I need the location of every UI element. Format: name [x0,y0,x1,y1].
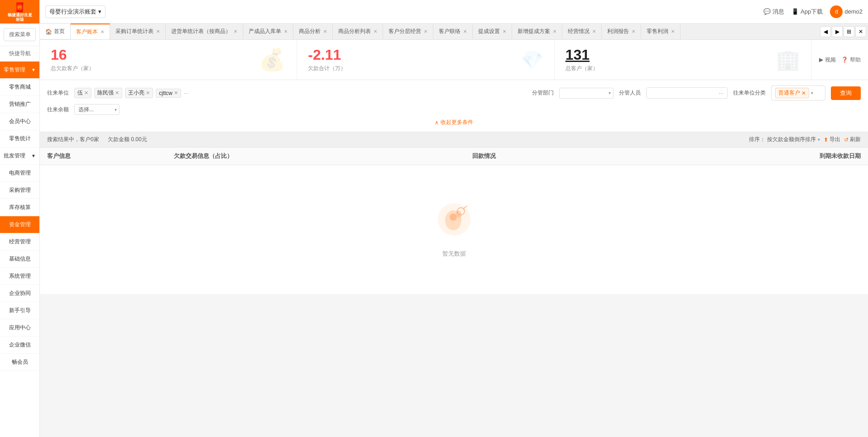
sidebar-item-member[interactable]: 会员中心 [0,113,39,130]
sidebar-item-finance[interactable]: 资金管理 [0,216,39,233]
unit-tags-more[interactable]: ··· [184,90,188,96]
stat-total-customers-label: 总客户（家） [566,65,598,72]
tab-purchase-order-close[interactable]: ✕ [156,29,160,34]
dept-select[interactable] [559,88,614,99]
tab-operations-close[interactable]: ✕ [592,29,596,34]
search-count: 搜索结果中，客户0家 [47,136,99,142]
tab-profit-report[interactable]: 利润报告 ✕ [602,24,641,39]
sidebar-item-inventory[interactable]: 库存核算 [0,199,39,216]
chevron-down-icon: ▾ [98,8,101,15]
balance-select[interactable]: 选择... [74,104,120,115]
sidebar-item-purchase[interactable]: 采购管理 [0,182,39,199]
tab-profit-report-close[interactable]: ✕ [632,29,635,34]
tab-commission-close[interactable]: ✕ [503,29,506,34]
tab-goods-analysis-list-close[interactable]: ✕ [374,29,377,34]
tab-goods-stats[interactable]: 进货单统计表（按商品） ✕ [166,24,243,39]
unit-tags: 伍 ✕ 陈民强 ✕ 王小亮 ✕ cjttcw ✕ ··· [74,88,527,98]
tab-add-commission[interactable]: 新增提成方案 ✕ [512,24,562,39]
tab-home[interactable]: 🏠 首页 [40,24,71,39]
refresh-button[interactable]: ↺ 刷新 [844,136,861,143]
tab-retail-profit[interactable]: 零售利润 ✕ [641,24,681,39]
tab-commission[interactable]: 提成设置 ✕ [473,24,512,39]
tab-customer-ledger[interactable]: 客户账本 ✕ [71,24,110,39]
person-ellipsis[interactable]: ··· [719,90,724,96]
app-logo: 🧧 畅捷通好生意 标版 [0,0,39,24]
person-label: 分管人员 [619,89,641,97]
quick-nav-button[interactable]: 快捷导航 [0,46,39,62]
sidebar-item-marketing[interactable]: 营销推广 [0,96,39,113]
tab-goods-analysis-list[interactable]: 商品分析列表 ✕ [333,24,383,39]
tabs-close-all-button[interactable]: ✕ [855,26,866,37]
tab-goods-analysis-list-label: 商品分析列表 [338,28,371,35]
video-label: 视频 [825,56,836,64]
unit-tag-0: 伍 ✕ [74,88,91,98]
tab-production-close[interactable]: ✕ [284,29,288,34]
col-header-customer: 客户信息 [47,152,174,160]
sidebar-item-basic-info[interactable]: 基础信息 [0,251,39,268]
sidebar-item-retail-mgmt[interactable]: 零售管理 ▼ [0,62,39,79]
sidebar-item-system[interactable]: 系统管理 [0,268,39,285]
download-icon: 📱 [791,8,799,15]
logo-sub: 标版 [16,18,24,22]
tab-add-commission-close[interactable]: ✕ [553,29,556,34]
collapse-button[interactable]: ∧ 收起更多条件 [435,119,473,126]
unit-type-label: 往来单位分类 [733,89,766,97]
stat-debt-total: 💎 -2.11 欠款合计（万） [297,40,554,80]
tab-goods-analysis[interactable]: 商品分析 ✕ [293,24,333,39]
export-button[interactable]: ⬆ 导出 [824,136,840,143]
tab-customer-contact[interactable]: 客户联络 ✕ [433,24,473,39]
sidebar-item-app-center[interactable]: 应用中心 [0,319,39,337]
sidebar-item-operations[interactable]: 经营管理 [0,233,39,251]
svg-point-2 [450,214,457,221]
sidebar-item-member2[interactable]: 畅会员 [0,354,39,371]
sidebar-item-ecommerce[interactable]: 电商管理 [0,165,39,182]
topbar: 母婴行业演示账套 ▾ 💬 消息 📱 App下载 d demo2 [40,0,868,24]
query-button[interactable]: 查询 [831,86,861,100]
unit-tag-0-close[interactable]: ✕ [84,90,88,96]
tabs-expand-button[interactable]: ⊞ [844,26,854,37]
account-selector[interactable]: 母婴行业演示账套 ▾ [45,5,106,18]
sidebar-item-guide[interactable]: 新手引导 [0,302,39,319]
sidebar-item-retail-mall[interactable]: 零售商城 [0,79,39,96]
tabs-prev-button[interactable]: ◀ [820,26,831,37]
tab-purchase-order[interactable]: 采购订单统计表 ✕ [110,24,166,39]
tab-customer-layer-close[interactable]: ✕ [424,29,427,34]
video-button[interactable]: ▶ 视频 [819,56,836,64]
person-input[interactable] [650,90,719,96]
balance-label: 往来余额 [47,106,69,114]
unit-tag-1-close[interactable]: ✕ [115,90,119,96]
main-content: 母婴行业演示账套 ▾ 💬 消息 📱 App下载 d demo2 🏠 首页 客户账… [40,0,868,437]
search-menu-button[interactable]: 搜索菜单 [4,28,36,41]
sidebar: 🧧 畅捷通好生意 标版 搜索菜单 快捷导航 零售管理 ▼ 零售商城 营销推广 会… [0,0,40,437]
app-download-button[interactable]: 📱 App下载 [791,8,823,16]
sidebar-item-wechat[interactable]: 企业微信 [0,337,39,354]
unit-tag-2-close[interactable]: ✕ [146,90,150,96]
col-header-due-date: 到期未收款日期 [770,152,861,160]
tab-customer-ledger-close[interactable]: ✕ [101,29,104,34]
unit-type-chevron-icon: ▾ [811,90,813,95]
filter-bar: 往来单位 伍 ✕ 陈民强 ✕ 王小亮 ✕ cjttcw [40,80,868,132]
help-icon: ❓ [841,57,848,63]
tab-goods-stats-close[interactable]: ✕ [234,29,237,34]
sidebar-item-retail-stats[interactable]: 零售统计 [0,130,39,147]
sidebar-item-enterprise[interactable]: 企业协同 [0,285,39,302]
help-button[interactable]: ❓ 帮助 [841,56,861,64]
tab-customer-layer-label: 客户分层经营 [388,28,421,35]
tab-operations[interactable]: 经营情况 ✕ [562,24,602,39]
tab-customer-layer[interactable]: 客户分层经营 ✕ [383,24,433,39]
tab-production[interactable]: 产成品入库单 ✕ [243,24,293,39]
sort-label: 排序： [749,136,765,143]
tab-customer-contact-close[interactable]: ✕ [463,29,467,34]
unit-type-tag-close[interactable]: ✕ [801,90,806,96]
tabs-next-button[interactable]: ▶ [832,26,843,37]
stats-bar-actions: ▶ 视频 ❓ 帮助 [812,40,868,80]
user-profile[interactable]: d demo2 [830,5,863,18]
sidebar-item-wholesale[interactable]: 批发管理 ▼ [0,147,39,165]
unit-tag-3-close[interactable]: ✕ [174,90,178,96]
tab-retail-profit-close[interactable]: ✕ [671,29,675,34]
page-content: 💰 16 总欠款客户（家） 💎 -2.11 欠款合计（万） 🏢 131 总客户（… [40,40,868,437]
filter-row-2: 往来余额 选择... ▾ [47,104,861,115]
message-button[interactable]: 💬 消息 [763,8,784,16]
tab-goods-analysis-close[interactable]: ✕ [323,29,327,34]
tab-goods-stats-label: 进货单统计表（按商品） [171,28,231,35]
